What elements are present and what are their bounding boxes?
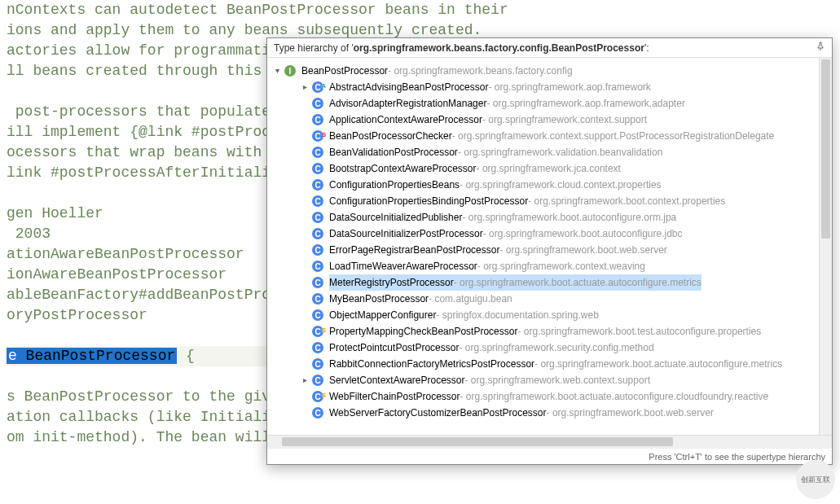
tree-item[interactable]: ▸ C ServletContextAwareProcessor - org.s… [267,372,819,388]
node-name: LoadTimeWeaverAwareProcessor [329,258,477,274]
interface-icon: I [284,64,297,77]
node-name: BeanPostProcessorChecker [329,128,452,144]
tree-item[interactable]: C ConfigurationPropertiesBeans - org.spr… [267,177,819,193]
svg-text:C: C [314,344,320,353]
tree-item[interactable]: C LoadTimeWeaverAwareProcessor - org.spr… [267,258,819,274]
node-name: ProtectPointcutPostProcessor [329,340,459,356]
svg-text:I: I [289,67,292,76]
svg-text:C: C [314,278,320,287]
tree-item[interactable]: C BootstrapContextAwareProcessor - org.s… [267,160,819,177]
class-icon: C [311,341,324,354]
class-icon: C [311,374,324,387]
node-package: - org.springframework.aop.framework [488,79,650,95]
svg-text:C: C [314,230,320,239]
tree-item[interactable]: C RabbitConnectionFactoryMetricsPostProc… [267,356,819,372]
svg-text:C: C [314,213,320,222]
expand-arrow-icon[interactable]: ▸ [298,79,311,95]
class-icon: C [311,195,324,208]
node-package: - org.springframework.context.weaving [477,258,645,274]
svg-text:C: C [314,99,320,108]
class-icon: C [311,227,324,240]
node-package: - org.springframework.boot.autoconfigure… [483,226,683,242]
tree-item[interactable]: C ObjectMapperConfigurer - springfox.doc… [267,307,819,323]
svg-text:C: C [314,262,320,271]
node-package: - com.atguigu.bean [429,291,512,307]
node-package: - org.springframework.boot.context.prope… [528,193,725,209]
type-hierarchy-popup: Type hierarchy of 'org.springframework.b… [266,37,833,465]
node-name: DataSourceInitializedPublisher [329,209,462,226]
scrollbar-h-thumb[interactable] [282,437,673,446]
hierarchy-tree[interactable]: ▾ I BeanPostProcessor - org.springframew… [267,58,819,435]
tree-item[interactable]: C MeterRegistryPostProcessor - org.sprin… [267,274,819,291]
scrollbar-vertical[interactable] [819,58,832,435]
tree-root[interactable]: ▾ I BeanPostProcessor - org.springframew… [267,63,819,79]
svg-text:C: C [314,376,320,385]
node-package: - org.springframework.security.config.me… [459,340,653,356]
class-icon: C [311,292,324,305]
svg-text:C: C [314,148,320,157]
node-name: WebServerFactoryCustomizerBeanPostProces… [329,405,547,421]
tree-item[interactable]: C MyBeanPostProcessor - com.atguigu.bean [267,291,819,307]
pin-icon[interactable] [816,38,825,58]
node-package: - org.springframework.aop.framework.adap… [486,95,684,112]
class-icon: CS [311,129,324,142]
tree-item[interactable]: C ConfigurationPropertiesBindingPostProc… [267,193,819,209]
svg-text:C: C [314,295,320,304]
node-package: - org.springframework.boot.autoconfigure… [462,209,676,226]
svg-text:C: C [314,83,320,92]
node-name: BootstrapContextAwareProcessor [329,160,477,177]
tree-item[interactable]: C AdvisorAdapterRegistrationManager - or… [267,95,819,112]
tree-item[interactable]: ▸ CA AbstractAdvisingBeanPostProcessor -… [267,79,819,95]
node-name: AdvisorAdapterRegistrationManager [329,95,486,112]
expand-arrow-icon[interactable]: ▾ [270,63,284,79]
node-package: - org.springframework.jca.context [477,160,621,177]
tree-item[interactable]: C WebServerFactoryCustomizerBeanPostProc… [267,405,819,421]
node-package: - org.springframework.boot.web.server [547,405,714,421]
node-name: ConfigurationPropertiesBindingPostProces… [329,193,528,209]
class-icon: CA [311,81,324,94]
tree-item[interactable]: CS PropertyMappingCheckBeanPostProcessor… [267,323,819,340]
class-icon: C [311,243,324,256]
svg-text:C: C [314,181,320,190]
node-name: BeanPostProcessor [301,63,388,79]
class-icon: C [311,276,324,289]
class-icon: C [311,309,324,322]
scrollbar-horizontal[interactable] [267,435,832,448]
tree-item[interactable]: C DataSourceInitializerPostProcessor - o… [267,226,819,242]
class-icon: C [311,162,324,175]
tree-item[interactable]: C ProtectPointcutPostProcessor - org.spr… [267,340,819,356]
node-package: - org.springframework.boot.actuate.autoc… [534,356,782,372]
node-package: - org.springframework.context.support [482,112,647,128]
node-name: MyBeanPostProcessor [329,291,429,307]
svg-text:C: C [314,197,320,206]
svg-text:C: C [314,360,320,369]
tree-item[interactable]: C BeanValidationPostProcessor - org.spri… [267,144,819,160]
scrollbar-v-thumb[interactable] [821,59,830,239]
node-package: - org.springframework.web.context.suppor… [465,372,650,388]
tree-item[interactable]: C ErrorPageRegistrarBeanPostProcessor - … [267,242,819,258]
node-name: ApplicationContextAwareProcessor [329,112,482,128]
node-package: - springfox.documentation.spring.web [436,307,598,323]
tree-item[interactable]: C DataSourceInitializedPublisher - org.s… [267,209,819,226]
node-package: - org.springframework.beans.factory.conf… [388,63,573,79]
node-name: ErrorPageRegistrarBeanPostProcessor [329,242,499,258]
node-name: ServletContextAwareProcessor [329,372,465,388]
tree-item[interactable]: C ApplicationContextAwareProcessor - org… [267,112,819,128]
class-icon: C [311,260,324,273]
tree-item[interactable]: CS BeanPostProcessorChecker - org.spring… [267,128,819,144]
popup-title: Type hierarchy of 'org.springframework.b… [274,38,649,58]
popup-title-prefix: Type hierarchy of ' [274,42,354,54]
node-name: ObjectMapperConfigurer [329,307,436,323]
node-package: - org.springframework.context.support.Po… [452,128,775,144]
class-icon: C [311,178,324,191]
node-name: RabbitConnectionFactoryMetricsPostProces… [329,356,534,372]
svg-text:C: C [314,246,320,255]
class-icon: CS [311,325,324,338]
expand-arrow-icon[interactable]: ▸ [298,372,311,388]
svg-text:C: C [314,132,320,141]
popup-title-class: org.springframework.beans.factory.config… [354,42,644,54]
class-icon: CS [311,390,324,403]
node-name: PropertyMappingCheckBeanPostProcessor [329,323,517,340]
tree-item[interactable]: CS WebFilterChainPostProcessor - org.spr… [267,388,819,405]
node-package: - org.springframework.boot.actuate.autoc… [460,388,769,405]
